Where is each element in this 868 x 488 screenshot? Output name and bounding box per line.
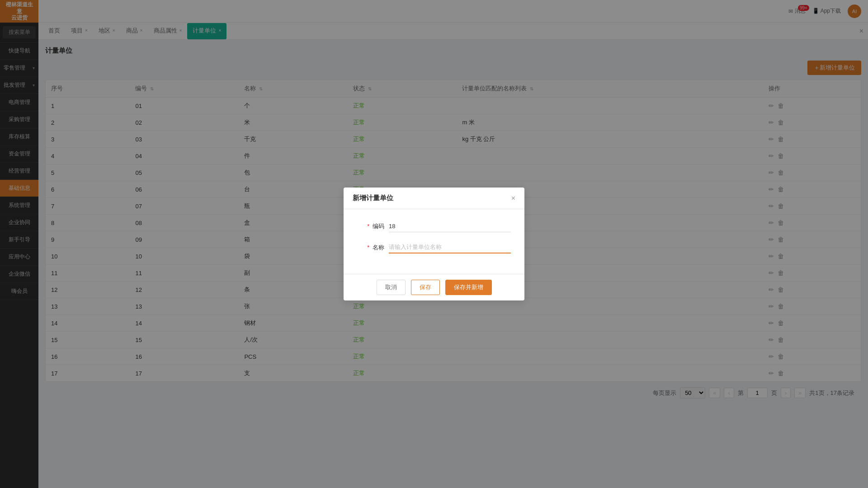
save-button[interactable]: 保存 xyxy=(411,280,440,295)
name-label: * 名称 xyxy=(357,244,384,252)
code-label: * 编码 xyxy=(357,222,384,230)
code-input[interactable] xyxy=(389,221,511,232)
add-unit-modal: 新增计量单位 × * 编码 * 名称 取消 保存 保存并新增 xyxy=(344,188,524,300)
modal-close-button[interactable]: × xyxy=(511,194,515,202)
modal-title: 新增计量单位 xyxy=(353,194,393,202)
name-required-mark: * xyxy=(367,244,369,251)
code-field-row: * 编码 xyxy=(357,221,511,232)
modal-footer: 取消 保存 保存并新增 xyxy=(344,274,524,300)
name-input[interactable] xyxy=(389,241,511,253)
modal-body: * 编码 * 名称 xyxy=(344,209,524,274)
modal-overlay: 新增计量单位 × * 编码 * 名称 取消 保存 保存并新增 xyxy=(0,0,868,488)
name-field-row: * 名称 xyxy=(357,241,511,253)
modal-header: 新增计量单位 × xyxy=(344,188,524,209)
cancel-button[interactable]: 取消 xyxy=(377,280,406,295)
save-and-new-button[interactable]: 保存并新增 xyxy=(445,280,492,295)
code-required-mark: * xyxy=(367,223,369,230)
